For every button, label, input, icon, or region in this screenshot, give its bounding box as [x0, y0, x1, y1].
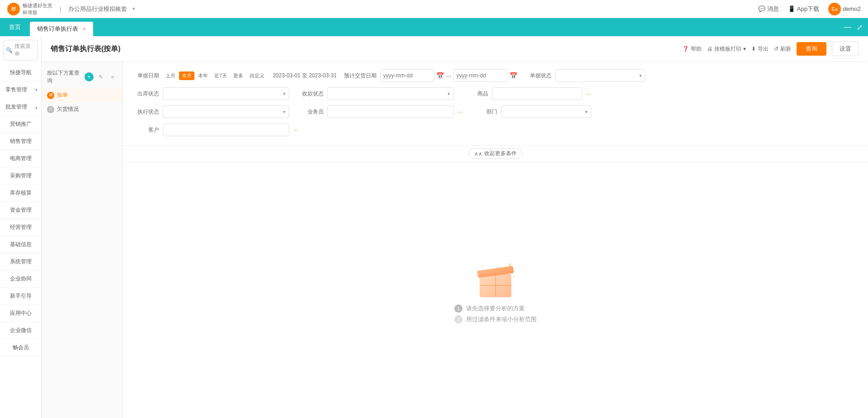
- sidebar-item-marketing[interactable]: 营销推广: [0, 116, 41, 133]
- sidebar-item-corp-wechat[interactable]: 企业微信: [0, 322, 41, 339]
- goods-input[interactable]: [492, 87, 582, 100]
- quick-date-this-month[interactable]: 本月: [179, 71, 194, 80]
- left-panel-edit-btn[interactable]: ✎: [96, 72, 105, 81]
- tab-minimize-icon[interactable]: —: [844, 23, 851, 31]
- page-header-actions: ❓ 帮助 🖨 按模板打印 ▾ ⬇ 导出 ↺ 刷新 查询 设置: [682, 42, 859, 56]
- filter-item-shortage[interactable]: 欠 欠货情况: [42, 102, 123, 116]
- tab-home[interactable]: 首页: [0, 18, 30, 36]
- sidebar-item-app-center[interactable]: 应用中心: [0, 305, 41, 322]
- wholesale-expand-icon: ▴: [35, 104, 38, 109]
- sidebar-item-purchase[interactable]: 采购管理: [0, 167, 41, 185]
- out-status-select[interactable]: [163, 87, 289, 100]
- expected-date-start[interactable]: [380, 69, 434, 82]
- customer-input[interactable]: [163, 124, 289, 136]
- message-btn[interactable]: 💬 消息: [758, 5, 779, 13]
- filter-field-expected-date: 预计交货日期 📅 — 📅: [344, 69, 517, 82]
- tab-active[interactable]: 销售订单执行表 ×: [30, 22, 93, 36]
- collapse-up-icon: ∧∧: [474, 151, 482, 157]
- topbar: 好 畅捷通好生意 标准版 | 办公用品行业模拟账套 ▾ 💬 消息 📱 App下载…: [0, 0, 868, 18]
- filter-field-goods: 商品 ···: [461, 87, 591, 100]
- search-icon: 🔍: [6, 47, 13, 53]
- empty-step-1: 1 请先选择要分析的方案: [454, 304, 537, 313]
- left-panel-title: 按以下方案查询: [47, 69, 85, 85]
- out-status-label: 出库状态: [132, 90, 159, 98]
- sidebar-item-sales-mgmt[interactable]: 销售管理: [0, 133, 41, 150]
- main-layout: 🔍 搜索菜单 快捷导航 零售管理 ▾ 批发管理 ▴ 营销推广 销售管理 电商管理…: [0, 36, 868, 418]
- settings-btn[interactable]: 设置: [832, 42, 859, 56]
- filter-form: 单据日期 上月 本月 本年 近7天 更多 自定义 2023-03-01 至 20…: [123, 62, 868, 146]
- department-label: 部门: [470, 108, 497, 116]
- export-icon: ⬇: [751, 46, 756, 52]
- logo-text: 畅捷通好生意 标准版: [23, 2, 52, 15]
- filter-content-layout: 按以下方案查询 + ✎ « 单 按单 欠 欠货情况: [42, 62, 868, 418]
- step-2-number: 2: [454, 315, 462, 323]
- quick-date-more[interactable]: 更多: [231, 71, 246, 80]
- refresh-btn[interactable]: ↺ 刷新: [774, 45, 791, 53]
- sidebar-search-area: 🔍 搜索菜单: [0, 36, 41, 64]
- left-panel-add-btn[interactable]: +: [85, 72, 94, 81]
- receipt-status-select[interactable]: [327, 87, 454, 100]
- sidebar-item-retail[interactable]: 零售管理 ▾: [0, 81, 41, 99]
- filter-field-exec-status: 执行状态: [132, 105, 289, 118]
- sidebar-item-ecommerce[interactable]: 电商管理: [0, 150, 41, 167]
- sidebar-item-quick-nav[interactable]: 快捷导航: [0, 64, 41, 81]
- sidebar-item-wholesale[interactable]: 批发管理 ▴: [0, 99, 41, 116]
- quick-date-7days[interactable]: 近7天: [212, 71, 230, 80]
- filter-row-1: 单据日期 上月 本月 本年 近7天 更多 自定义 2023-03-01 至 20…: [132, 69, 859, 82]
- empty-steps: 1 请先选择要分析的方案 2 用过滤条件来缩小分析范围: [454, 304, 537, 323]
- quick-dates: 上月 本月 本年 近7天 更多 自定义: [163, 71, 267, 80]
- export-btn[interactable]: ⬇ 导出: [751, 45, 769, 53]
- tab-close-btn[interactable]: ×: [83, 26, 86, 32]
- filter-field-out-status: 出库状态: [132, 87, 289, 100]
- print-btn[interactable]: 🖨 按模板打印 ▾: [707, 45, 746, 53]
- bill-status-select[interactable]: [555, 69, 646, 82]
- search-menu-btn[interactable]: 🔍 搜索菜单: [4, 40, 38, 61]
- bill-status-select-wrapper: [555, 69, 646, 82]
- date-separator: —: [446, 72, 452, 79]
- sidebar-item-vip[interactable]: 畅会员: [0, 339, 41, 356]
- goods-label: 商品: [461, 90, 488, 98]
- sidebar-item-newbie[interactable]: 新手引导: [0, 288, 41, 305]
- filter-field-department: 部门: [470, 105, 591, 118]
- sidebar-item-operations[interactable]: 经营管理: [0, 219, 41, 236]
- date-end-icon[interactable]: 📅: [509, 72, 517, 79]
- date-start-icon[interactable]: 📅: [436, 72, 444, 79]
- date-label: 单据日期: [132, 72, 159, 80]
- filter-row-2: 出库状态 收款状态: [132, 87, 859, 100]
- exec-status-label: 执行状态: [132, 108, 159, 116]
- customer-label: 客户: [132, 126, 159, 134]
- sidebar-item-system[interactable]: 系统管理: [0, 253, 41, 271]
- sidebar-item-enterprise[interactable]: 企业协同: [0, 271, 41, 288]
- sidebar-item-inventory[interactable]: 库存核算: [0, 185, 41, 202]
- filter-item-by-order[interactable]: 单 按单: [42, 88, 123, 102]
- expected-date-end[interactable]: [453, 69, 508, 82]
- exec-status-select[interactable]: [163, 105, 289, 118]
- quick-date-last-month[interactable]: 上月: [163, 71, 178, 80]
- left-panel-collapse-btn[interactable]: «: [108, 72, 117, 81]
- help-btn[interactable]: ❓ 帮助: [682, 45, 702, 53]
- salesman-input[interactable]: [327, 105, 454, 118]
- left-panel-actions: + ✎ «: [85, 72, 117, 81]
- step-1-number: 1: [454, 304, 462, 313]
- quick-date-this-year[interactable]: 本年: [195, 71, 211, 80]
- app-download-btn[interactable]: 📱 App下载: [788, 5, 819, 13]
- salesman-more-btn[interactable]: ···: [458, 108, 463, 115]
- user-area[interactable]: Ea demo2: [828, 3, 861, 15]
- quick-date-custom[interactable]: 自定义: [247, 71, 267, 80]
- collapse-conditions-btn[interactable]: ∧∧ 收起更多条件: [468, 148, 523, 159]
- filter-field-customer: 客户 ···: [132, 124, 298, 136]
- query-btn[interactable]: 查询: [797, 42, 826, 56]
- goods-more-btn[interactable]: ···: [586, 90, 591, 97]
- app-title-dropdown-icon[interactable]: ▾: [132, 6, 135, 12]
- receipt-status-label: 收款状态: [297, 90, 324, 98]
- department-select[interactable]: [501, 105, 591, 118]
- sidebar-item-basic-info[interactable]: 基础信息: [0, 236, 41, 253]
- filter-row-4: 客户 ···: [132, 124, 859, 136]
- svg-point-4: [513, 276, 514, 278]
- customer-more-btn[interactable]: ···: [293, 126, 298, 133]
- filter-field-salesman: 业务员 ···: [297, 105, 463, 118]
- tab-maximize-icon[interactable]: ⤢: [857, 23, 863, 32]
- empty-state-svg: [473, 256, 518, 297]
- sidebar-item-finance[interactable]: 资金管理: [0, 202, 41, 219]
- app-title: 办公用品行业模拟账套: [68, 5, 127, 13]
